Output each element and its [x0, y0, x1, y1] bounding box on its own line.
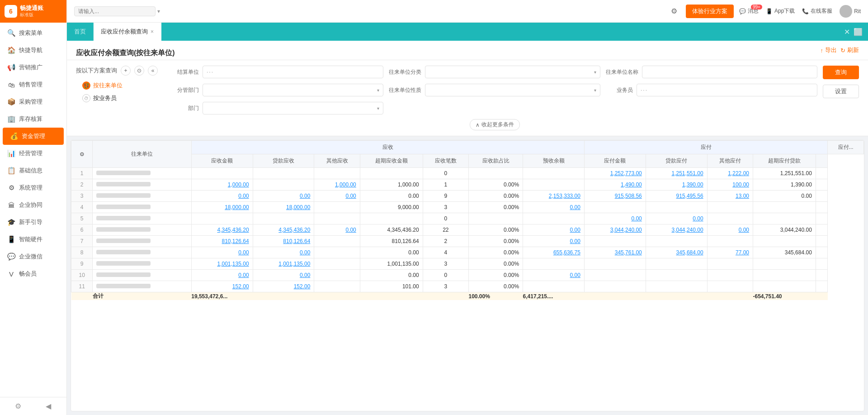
sub-dept-label: 部门 — [172, 105, 199, 112]
partner-nature-input[interactable]: ▾ — [425, 84, 600, 96]
close-window-icon[interactable]: ✕ — [844, 28, 850, 36]
scheme-salesman-label: 按业务员 — [93, 94, 117, 102]
table-container[interactable]: ⚙ 往来单位 应收 应付 应付... 应收金额 贷款应收 其他应收 超期应收金额… — [71, 140, 864, 411]
loan-payable-header: 贷款应付 — [646, 154, 707, 168]
page-actions: ↑ 导出 ↻ 刷新 — [821, 46, 859, 60]
chevron-down-icon: ▾ — [594, 88, 596, 93]
online-service-btn[interactable]: 📞 在线客服 — [802, 7, 832, 15]
sidebar-item-sales[interactable]: 🛍 销售管理 — [0, 76, 66, 93]
maximize-icon[interactable]: ⬜ — [854, 28, 863, 36]
filter-scheme-by-salesman[interactable]: ⏱ 按业务员 — [80, 93, 166, 104]
partner-name — [93, 168, 191, 179]
collapse-icon: ∧ — [476, 122, 480, 128]
partner-name — [93, 191, 191, 202]
sidebar-item-newbie[interactable]: 🎓 新手引导 — [0, 214, 66, 231]
marketing-icon: 📢 — [7, 63, 15, 72]
sidebar-item-label: 快捷导航 — [19, 46, 42, 54]
sidebar-item-label: 搜索菜单 — [19, 29, 42, 37]
chevron-down-icon: ▾ — [594, 70, 596, 75]
filter-row-sub-dept: 部门 ▾ — [172, 102, 383, 114]
filter-collapse-btn[interactable]: « — [148, 66, 158, 76]
partner-name-input[interactable] — [642, 66, 817, 78]
sidebar-item-label: 系统管理 — [19, 184, 42, 192]
settings-button[interactable]: 设置 — [823, 85, 859, 98]
sidebar-item-marketing[interactable]: 📢 营销推广 — [0, 59, 66, 76]
footer-row: 合计 19,553,472,6... 100.00% 6,417,215.... — [71, 292, 864, 301]
table-row: 5 0 0.00 0.00 — [71, 213, 864, 224]
partner-category-input[interactable]: ▾ — [425, 66, 600, 78]
partner-name — [93, 213, 191, 224]
tab-close-icon[interactable]: × — [151, 29, 154, 35]
filter-scheme-by-unit[interactable]: 💱 按往来单位 — [80, 80, 166, 91]
tab-home[interactable]: 首页 — [67, 23, 94, 41]
settlement-label: 结算单位 — [172, 68, 199, 76]
tab-receivable[interactable]: 应收应付余额查询 × — [94, 23, 161, 41]
sidebar-item-basic[interactable]: 📋 基础信息 — [0, 162, 66, 179]
row-num: 10 — [71, 270, 93, 281]
salesman-input[interactable]: ··· — [637, 84, 817, 96]
filter-row-dept: 分管部门 ▾ — [172, 84, 383, 96]
sidebar-collapse-btn[interactable]: ◀‌‌ — [35, 402, 62, 410]
sidebar-item-enterprise[interactable]: 🏛 企业协同 — [0, 196, 66, 214]
message-btn[interactable]: 💬 消息 99+ — [739, 7, 759, 15]
export-button[interactable]: ↑ 导出 — [821, 46, 837, 54]
sidebar-item-member[interactable]: V 畅会员 — [0, 265, 66, 282]
content: 应收应付余额查询(按往来单位) ↑ 导出 ↻ 刷新 — [67, 41, 868, 415]
row-num: 9 — [71, 258, 93, 270]
sidebar-item-search[interactable]: 🔍 搜索菜单 — [0, 24, 66, 42]
sidebar-item-label: 采购管理 — [19, 98, 42, 106]
settlement-input[interactable]: ··· — [203, 66, 383, 78]
dept-label: 分管部门 — [172, 86, 199, 94]
sidebar-item-purchase[interactable]: 📦 采购管理 — [0, 93, 66, 110]
message-icon: 💬 — [739, 8, 746, 14]
row-num: 11 — [71, 281, 93, 292]
query-button[interactable]: 查询 — [823, 66, 859, 79]
table-row: 1 0 1,252,773.00 1,251,551.00 1,222.00 1… — [71, 168, 864, 179]
filter-collapse-button[interactable]: ∧ 收起更多条件 — [470, 119, 520, 130]
partner-name — [93, 258, 191, 270]
user-area[interactable]: Rit — [840, 5, 861, 18]
overdue-receivable-header: 超期应收金额 — [360, 154, 423, 168]
export-label: 导出 — [825, 46, 837, 54]
message-badge: 99+ — [751, 5, 762, 10]
sidebar-logo: 6 畅捷通账 标准版 — [0, 0, 66, 23]
scheme-unit-label: 按往来单位 — [93, 81, 123, 90]
filter-add-btn[interactable]: + — [121, 66, 131, 76]
sidebar-item-operation[interactable]: 📊 经营管理 — [0, 145, 66, 162]
receivable-ratio-header: 应收款占比 — [469, 154, 523, 168]
chevron-down-icon: ▾ — [157, 8, 160, 14]
basic-icon: 📋 — [7, 167, 15, 175]
breadcrumb-input[interactable] — [74, 6, 156, 16]
filter-settings-btn[interactable]: ⊙ — [134, 66, 144, 76]
sidebar-item-wechat[interactable]: 💬 企业微信 — [0, 248, 66, 265]
gear-header[interactable]: ⚙ — [71, 141, 93, 168]
sidebar-item-quick-nav[interactable]: 🏠 快捷导航 — [0, 42, 66, 59]
topbar-gear-btn[interactable]: ⚙ — [668, 5, 680, 18]
collapse-label: 收起更多条件 — [481, 121, 514, 129]
promo-button[interactable]: 体验行业方案 — [686, 5, 734, 18]
partner-name — [93, 236, 191, 247]
sidebar-item-label: 库存核算 — [19, 115, 42, 123]
logo-text: 畅捷通账 — [20, 5, 43, 12]
filter-collapse: ∧ 收起更多条件 — [172, 119, 817, 130]
settlement-dots: ··· — [207, 69, 214, 75]
filter-schemes: 💱 按往来单位 ⏱ 按业务员 — [76, 80, 166, 104]
sidebar-item-system[interactable]: ⚙ 系统管理 — [0, 179, 66, 196]
sidebar-item-finance[interactable]: 💰 资金管理 — [3, 128, 64, 145]
sidebar-settings-btn[interactable]: ⚙ — [5, 402, 32, 410]
app-download-btn[interactable]: 📱 App下载 — [766, 7, 795, 15]
partner-category-label: 往来单位分类 — [389, 68, 421, 76]
refresh-button[interactable]: ↻ 刷新 — [840, 46, 859, 54]
sidebar-item-label: 畅会员 — [19, 270, 37, 278]
sales-icon: 🛍 — [7, 81, 15, 89]
sidebar-item-smart[interactable]: 📱 智能硬件 — [0, 231, 66, 248]
sidebar-item-label: 销售管理 — [19, 81, 42, 89]
sub-dept-input[interactable]: ▾ — [203, 102, 383, 114]
table-row: 3 0.00 0.00 0.00 0.00 9 0.00% 2,153,333.… — [71, 191, 864, 202]
dept-input[interactable]: ▾ — [203, 84, 383, 96]
partner-nature-label: 往来单位性质 — [389, 86, 421, 94]
sidebar-item-inventory[interactable]: 🏢 库存核算 — [0, 110, 66, 128]
refresh-label: 刷新 — [847, 46, 859, 54]
overdue-payable-header: 超期应付贷款 — [753, 154, 816, 168]
sidebar-item-label: 经营管理 — [19, 149, 42, 157]
